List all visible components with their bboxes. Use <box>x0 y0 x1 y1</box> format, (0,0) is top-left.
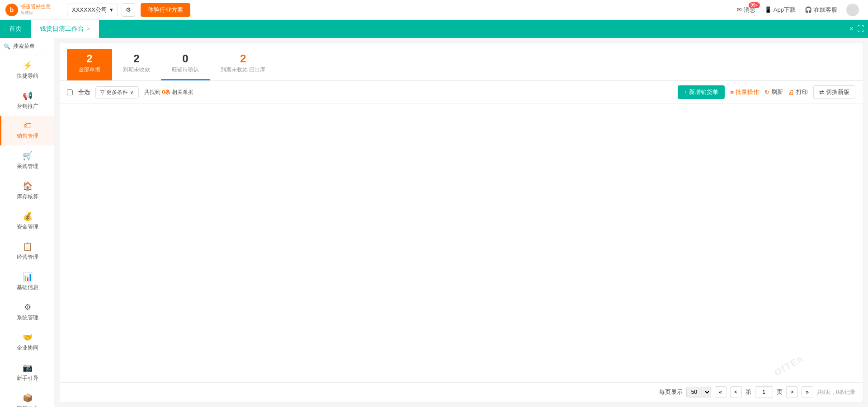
sidebar-item-kuaijie[interactable]: ⚡ 快捷导航 <box>0 55 54 85</box>
sidebar-item-qiye[interactable]: 🤝 企业协同 <box>0 327 54 357</box>
lightning-icon: ⚡ <box>23 61 33 70</box>
sidebar-item-yingxiao[interactable]: 📢 营销推广 <box>0 85 54 116</box>
total-text: 共0页，0条记录 <box>817 388 855 396</box>
megaphone-icon: 📢 <box>23 91 33 101</box>
filter-button[interactable]: ▽ 更多条件 ∨ <box>95 86 139 98</box>
refresh-label: 刷新 <box>771 88 783 96</box>
stat-tab-overdue-out[interactable]: 2 到期未收款 已出库 <box>210 49 276 80</box>
sidebar-item-caigou[interactable]: 🛒 采购管理 <box>0 145 54 176</box>
found-count: 0条 <box>162 89 170 95</box>
close-window-icon[interactable]: × <box>849 25 854 33</box>
logo-area: b 畅捷通好生意 标准版 <box>5 4 60 16</box>
print-label: 打印 <box>796 88 808 96</box>
sidebar-item-xinshou[interactable]: 📷 新手引导 <box>0 357 54 388</box>
sidebar-item-kucun[interactable]: 🏠 库存核算 <box>0 176 54 206</box>
tab-work-platform-label: 钱货日清工作台 <box>40 25 84 33</box>
logo-sub: 标准版 <box>21 10 51 16</box>
found-prefix: 共找到 <box>144 89 160 95</box>
stat-tab-wangpu[interactable]: 0 旺铺待确认 <box>161 49 210 80</box>
app-icon: 📦 <box>23 393 33 403</box>
first-page-button[interactable]: « <box>715 386 726 398</box>
last-page-button[interactable]: » <box>802 386 813 398</box>
sidebar-item-label: 采购管理 <box>17 163 38 170</box>
sidebar-item-jingying[interactable]: 📋 经营管理 <box>0 236 54 267</box>
prev-page-button[interactable]: < <box>730 386 742 398</box>
stat-overdue-label: 到期未收款 <box>123 66 150 74</box>
per-page-label: 每页显示 <box>659 388 683 396</box>
user-avatar[interactable] <box>846 4 863 16</box>
money-icon: 💰 <box>23 211 33 221</box>
tab-close-icon[interactable]: × <box>87 26 90 32</box>
add-sales-order-button[interactable]: + 新增销货单 <box>678 85 725 99</box>
settings-button[interactable]: ⚙ <box>122 3 135 17</box>
message-icon: ✉ <box>737 6 742 13</box>
sidebar-item-label: 资金管理 <box>17 223 38 231</box>
sidebar-item-label: 营销推广 <box>17 103 38 110</box>
message-button[interactable]: ✉ 消息 99+ <box>737 6 755 14</box>
sidebar-item-xiaoshou[interactable]: 🏷 销售管理 <box>0 116 54 145</box>
next-page-button[interactable]: > <box>786 386 798 398</box>
maximize-icon[interactable]: ⛶ <box>857 25 864 33</box>
filter-label: 更多条件 <box>106 89 128 96</box>
message-badge: 99+ <box>749 2 760 8</box>
refresh-button[interactable]: ↻ 刷新 <box>764 88 783 96</box>
tab-home[interactable]: 首页 <box>0 20 31 38</box>
main-layout: 🔍 搜索菜单 ⚡ 快捷导航 📢 营销推广 🏷 销售管理 🛒 采购管理 🏠 库存核… <box>0 38 868 407</box>
found-suffix: 相关单据 <box>172 89 193 95</box>
stat-all-number: 2 <box>86 52 92 65</box>
page-suffix: 页 <box>777 388 783 396</box>
toolbar-right: + 新增销货单 ≡ 批量操作 ↻ 刷新 🖨 打印 ⇄ <box>678 85 855 99</box>
gear-icon: ⚙ <box>126 6 131 13</box>
stat-overdue-out-number: 2 <box>240 52 246 65</box>
tab-work-platform[interactable]: 钱货日清工作台 × <box>31 20 99 38</box>
chevron-down-icon: ∨ <box>130 89 134 95</box>
sidebar: 🔍 搜索菜单 ⚡ 快捷导航 📢 营销推广 🏷 销售管理 🛒 采购管理 🏠 库存核… <box>0 38 54 407</box>
guide-icon: 📷 <box>23 363 33 373</box>
headset-icon: 🎧 <box>805 6 812 13</box>
company-name: XXXXXX公司 <box>72 6 107 14</box>
page-number-input[interactable] <box>755 386 773 398</box>
online-service-button[interactable]: 🎧 在线客服 <box>805 6 837 14</box>
pagination-bar: 每页显示 50 100 200 « < 第 页 > » 共0页，0条记录 <box>60 382 863 402</box>
sidebar-search[interactable]: 🔍 搜索菜单 <box>0 38 54 55</box>
refresh-icon: ↻ <box>764 89 769 96</box>
sidebar-item-jichu[interactable]: 📊 基础信息 <box>0 267 54 297</box>
avatar <box>846 4 859 16</box>
stat-tab-all[interactable]: 2 全部单据 <box>67 49 112 80</box>
select-all-checkbox[interactable] <box>67 89 73 95</box>
switch-icon: ⇄ <box>819 89 824 96</box>
sidebar-item-label: 新手引导 <box>17 374 38 382</box>
app-download-button[interactable]: 📱 App下载 <box>764 6 796 14</box>
search-label: 搜索菜单 <box>13 42 35 50</box>
stat-tab-overdue[interactable]: 2 到期未收款 <box>112 49 161 80</box>
report-icon: 📋 <box>23 242 33 252</box>
sidebar-item-zijin[interactable]: 💰 资金管理 <box>0 206 54 236</box>
page-label: 第 <box>745 388 751 396</box>
print-button[interactable]: 🖨 打印 <box>788 88 808 96</box>
sidebar-item-label: 经营管理 <box>17 253 38 261</box>
per-page-select[interactable]: 50 100 200 <box>686 387 711 398</box>
info-icon: 📊 <box>23 272 33 282</box>
warehouse-icon: 🏠 <box>23 181 33 191</box>
experience-button[interactable]: 体验行业方案 <box>141 3 190 17</box>
table-area <box>60 104 863 382</box>
cart-icon: 🛒 <box>23 151 33 161</box>
sidebar-item-yingyong[interactable]: 📦 应用中心 <box>0 388 54 407</box>
batch-operation-button[interactable]: ≡ 批量操作 <box>730 88 759 96</box>
collab-icon: 🤝 <box>23 332 33 342</box>
stat-overdue-out-label: 到期未收款 已出库 <box>221 66 265 74</box>
logo-text-area: 畅捷通好生意 标准版 <box>21 4 51 15</box>
chevron-down-icon: ▾ <box>110 6 113 13</box>
switch-version-button[interactable]: ⇄ 切换新版 <box>813 85 855 99</box>
header-right: ✉ 消息 99+ 📱 App下载 🎧 在线客服 <box>737 4 863 16</box>
sidebar-item-xitong[interactable]: ⚙ 系统管理 <box>0 297 54 327</box>
company-selector[interactable]: XXXXXX公司 ▾ <box>67 4 118 16</box>
switch-label: 切换新版 <box>826 88 849 96</box>
print-icon: 🖨 <box>788 89 794 96</box>
batch-icon: ≡ <box>730 89 734 96</box>
online-service-label: 在线客服 <box>814 6 837 14</box>
filter-icon: ▽ <box>100 89 104 95</box>
select-all-label[interactable]: 全选 <box>78 88 90 96</box>
toolbar: 全选 ▽ 更多条件 ∨ 共找到 0条 相关单据 + 新增销货单 ≡ 批量操作 <box>60 81 863 104</box>
sidebar-item-label: 企业协同 <box>17 344 38 352</box>
